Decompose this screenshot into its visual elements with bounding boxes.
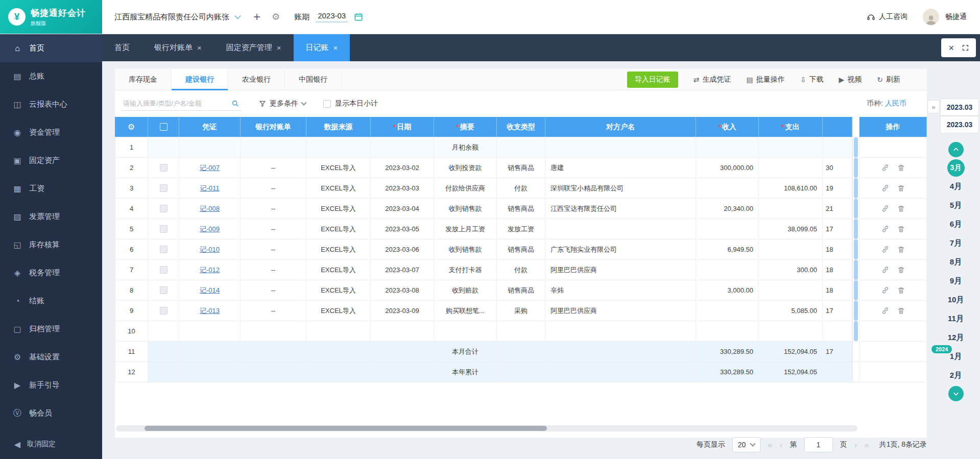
refresh-button[interactable]: ↻刷新 [877, 75, 900, 84]
voucher-link[interactable]: 记-014 [200, 286, 220, 295]
download-button[interactable]: ⇩下载 [800, 75, 824, 84]
sidebar-item-畅会员[interactable]: Ⓥ畅会员 [0, 399, 102, 427]
month-item-7月[interactable]: 7月 [931, 234, 980, 253]
user-name[interactable]: 畅捷通 [945, 12, 967, 21]
period-box-current[interactable]: 2023.03 [940, 116, 979, 133]
vertical-scrollbar-thumb[interactable] [854, 219, 858, 239]
subtotal-checkbox[interactable] [323, 100, 331, 108]
vertical-scrollbar-thumb[interactable] [854, 260, 858, 280]
delete-icon[interactable] [897, 225, 905, 233]
gear-icon[interactable]: ⚙ [272, 11, 280, 22]
attach-link-icon[interactable] [881, 205, 889, 212]
month-item-11月[interactable]: 11月 [931, 309, 980, 328]
sidebar-item-基础设置[interactable]: ⚙基础设置 [0, 343, 102, 371]
sidebar-item-新手引导[interactable]: ▶新手引导 [0, 371, 102, 399]
attach-link-icon[interactable] [881, 184, 889, 192]
bank-tab-库存现金[interactable]: 库存现金 [115, 69, 172, 90]
scroll-up-icon[interactable] [948, 142, 964, 157]
bank-tab-中国银行[interactable]: 中国银行 [285, 69, 342, 90]
row-checkbox[interactable] [160, 164, 168, 172]
sidebar-item-发票管理[interactable]: ▨发票管理 [0, 203, 102, 231]
delete-icon[interactable] [897, 205, 905, 212]
month-item-8月[interactable]: 8月 [931, 253, 980, 272]
unpin-sidebar-button[interactable]: ◀ 取消固定 [0, 432, 102, 456]
import-journal-button[interactable]: 导入日记账 [627, 71, 678, 88]
per-page-select[interactable]: 20 [732, 437, 761, 452]
attach-link-icon[interactable] [881, 307, 889, 315]
voucher-link[interactable]: 记-008 [200, 204, 220, 213]
delete-icon[interactable] [897, 246, 905, 253]
row-checkbox[interactable] [160, 205, 168, 212]
vertical-scrollbar-thumb[interactable] [854, 137, 858, 157]
sidebar-item-首页[interactable]: ⌂首页 [0, 34, 102, 62]
tab-固定资产管理[interactable]: 固定资产管理× [214, 34, 294, 61]
sidebar-item-库存核算[interactable]: ◱库存核算 [0, 231, 102, 259]
sidebar-item-工资[interactable]: ▦工资 [0, 175, 102, 203]
voucher-link[interactable]: 记-011 [200, 184, 219, 193]
month-item-10月[interactable]: 10月 [931, 291, 980, 309]
month-item-12月[interactable]: 12月 [931, 328, 980, 347]
sidebar-item-云报表中心[interactable]: ◫云报表中心 [0, 90, 102, 118]
prev-page-icon[interactable]: ‹ [780, 441, 783, 449]
row-checkbox[interactable] [160, 184, 168, 192]
vertical-scrollbar-thumb[interactable] [854, 301, 858, 321]
attach-link-icon[interactable] [881, 246, 889, 253]
month-item-6月[interactable]: 6月 [931, 215, 980, 234]
tab-close-icon[interactable]: × [197, 43, 202, 52]
row-checkbox[interactable] [160, 286, 168, 294]
sidebar-item-税务管理[interactable]: ◈税务管理 [0, 259, 102, 287]
search-input[interactable] [123, 100, 231, 107]
sidebar-item-资金管理[interactable]: ◉资金管理 [0, 118, 102, 147]
delete-icon[interactable] [897, 286, 905, 294]
tab-银行对账单[interactable]: 银行对账单× [142, 34, 214, 61]
sidebar-item-结账[interactable]: ◔结账 [0, 287, 102, 315]
period-value[interactable]: 2023-03 [316, 11, 348, 22]
voucher-link[interactable]: 记-013 [200, 306, 220, 316]
tab-日记账[interactable]: 日记账× [294, 34, 350, 61]
horizontal-scrollbar[interactable] [116, 425, 857, 431]
month-item-5月[interactable]: 5月 [931, 196, 980, 215]
row-checkbox[interactable] [160, 307, 168, 315]
currency-value[interactable]: 人民币 [885, 99, 906, 107]
vertical-scrollbar-thumb[interactable] [854, 239, 858, 259]
row-checkbox[interactable] [160, 266, 168, 274]
tab-close-icon[interactable]: × [333, 43, 338, 52]
account-selector[interactable]: 江西服宝精品有限责任公司内账张 [114, 12, 229, 22]
month-item-2月[interactable]: 2月 [931, 366, 980, 385]
attach-link-icon[interactable] [881, 286, 889, 294]
vertical-scrollbar-thumb[interactable] [854, 178, 858, 198]
month-item-9月[interactable]: 9月 [931, 272, 980, 291]
row-checkbox[interactable] [160, 225, 168, 233]
batch-button[interactable]: ▤批量操作 [747, 75, 785, 84]
bank-tab-建设银行[interactable]: 建设银行 [172, 69, 228, 90]
last-page-icon[interactable]: » [864, 441, 869, 449]
attach-link-icon[interactable] [881, 225, 889, 233]
voucher-link[interactable]: 记-010 [200, 245, 220, 254]
bank-tab-农业银行[interactable]: 农业银行 [228, 69, 285, 90]
calendar-icon[interactable] [354, 12, 363, 21]
next-page-icon[interactable]: › [854, 441, 857, 449]
page-number-input[interactable] [804, 437, 833, 452]
period-box-top[interactable]: 2023.03 [940, 99, 979, 116]
vertical-scrollbar-thumb[interactable] [854, 158, 858, 178]
month-item-4月[interactable]: 4月 [931, 177, 980, 196]
delete-icon[interactable] [897, 184, 905, 192]
support-button[interactable]: 人工咨询 [867, 12, 907, 21]
sidebar-item-总账[interactable]: ▤总账 [0, 62, 102, 90]
month-item-3月[interactable]: 3月 [931, 158, 980, 177]
delete-icon[interactable] [897, 307, 905, 315]
vertical-scrollbar-thumb[interactable] [854, 199, 858, 219]
scroll-down-icon[interactable] [948, 386, 964, 401]
vertical-scrollbar-thumb[interactable] [854, 321, 858, 341]
fullscreen-icon[interactable] [962, 44, 969, 51]
delete-icon[interactable] [897, 266, 905, 274]
chevron-down-icon[interactable] [234, 13, 241, 19]
search-icon[interactable] [231, 100, 240, 108]
voucher-button[interactable]: ⇄生成凭证 [694, 75, 731, 84]
collapse-panel-button[interactable]: » [927, 100, 940, 113]
delete-icon[interactable] [897, 164, 905, 172]
video-button[interactable]: ▶视频 [839, 75, 862, 84]
sidebar-item-归档管理[interactable]: ▢归档管理 [0, 315, 102, 343]
tab-首页[interactable]: 首页 [102, 34, 142, 61]
voucher-link[interactable]: 记-009 [200, 225, 220, 234]
